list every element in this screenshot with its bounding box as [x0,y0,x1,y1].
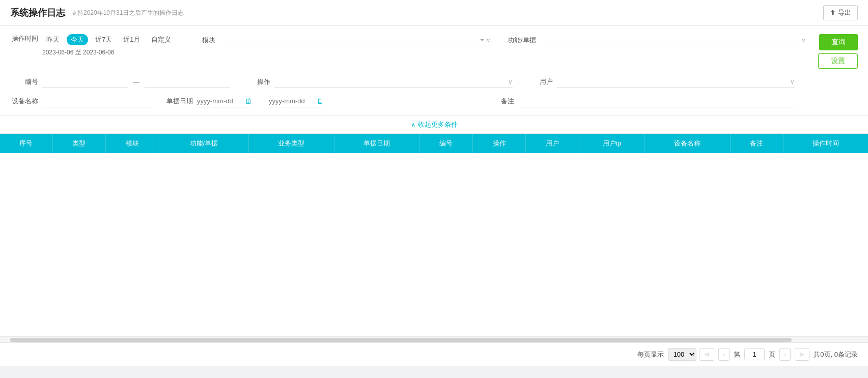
page-size-label: 每页显示 [637,350,664,359]
date-range-display: 2023-06-06 至 2023-06-06 [42,48,175,57]
collapse-bar[interactable]: ∧ 收起更多条件 [0,116,868,134]
action-input[interactable] [274,76,508,88]
page-number-input[interactable] [744,348,765,360]
date-end-input[interactable] [269,95,315,107]
collapse-icon: ∧ [411,121,416,129]
time-btn-yesterday[interactable]: 昨天 [42,34,64,45]
last-page-button[interactable]: ⊳ [795,348,809,361]
pagination-bar: 每页显示 100 20 50 200 ∨ ⊲ ‹ 第 页 › ⊳ 共0页, 0条… [0,342,868,366]
user-select-wrapper[interactable]: ∨ [557,76,795,88]
col-user: 用户 [526,134,579,153]
voucher-date-filter: 单据日期 🗓 — 🗓 [165,95,474,107]
col-voucher-date: 单据日期 [334,134,419,153]
next-page-button[interactable]: › [779,348,791,361]
page-title: 系统操作日志 [10,7,65,19]
export-button[interactable]: ⬆ 导出 [823,5,858,20]
date-end-wrapper: 🗓 [269,95,324,107]
action-select-wrapper[interactable]: ∨ [274,76,513,88]
empty-area [0,153,868,336]
time-buttons-group: 昨天 今天 近7天 近1月 自定义 [42,34,175,45]
prev-page-button[interactable]: ‹ [718,348,730,361]
col-function: 功能/单据 [159,134,248,153]
function-select-wrapper[interactable]: ∨ [540,34,806,46]
col-remark: 备注 [730,134,783,153]
col-user-ip: 用户ip [579,134,645,153]
operation-time-filter: 操作时间 昨天 今天 近7天 近1月 自定义 2023-06-06 至 2023… [10,34,175,57]
col-op-time: 操作时间 [783,134,868,153]
action-label: 操作 [242,77,270,86]
time-btn-custom[interactable]: 自定义 [147,34,175,45]
remark-input[interactable] [518,95,795,107]
export-label: 导出 [838,8,851,17]
data-table: 序号 类型 模块 功能/单据 业务类型 单据日期 编号 操作 用户 用户ip 设… [0,134,868,153]
device-label: 设备名称 [10,97,38,106]
device-filter: 设备名称 [10,95,153,107]
collapse-label: 收起更多条件 [418,120,458,129]
remark-filter: 备注 [486,95,795,107]
function-filter: 功能/单据 ∨ [503,34,806,46]
operation-time-label: 操作时间 [10,34,38,43]
module-select-wrapper[interactable]: ∨ [219,34,490,46]
action-buttons: 查询 设置 [818,34,858,69]
query-button[interactable]: 查询 [819,34,858,50]
number-start-input[interactable] [42,76,128,88]
first-page-button[interactable]: ⊲ [699,348,714,361]
action-chevron-down: ∨ [508,78,513,85]
page-label: 第 [734,350,740,359]
number-label: 编号 [10,77,38,86]
col-index: 序号 [0,134,52,153]
settings-button[interactable]: 设置 [818,53,858,69]
col-type: 类型 [52,134,105,153]
table-header: 序号 类型 模块 功能/单据 业务类型 单据日期 编号 操作 用户 用户ip 设… [0,134,868,153]
number-end-input[interactable] [145,76,230,88]
scrollbar-thumb[interactable] [10,338,792,342]
time-btn-1month[interactable]: 近1月 [119,34,144,45]
device-input[interactable] [42,95,153,107]
module-input[interactable] [219,34,478,46]
user-filter: 用户 ∨ [525,76,795,88]
date-start-wrapper: 🗓 [197,95,252,107]
number-dash: — [131,78,142,86]
action-filter: 操作 ∨ [242,76,513,88]
module-filter: 模块 ∨ [187,34,490,46]
time-btn-7days[interactable]: 近7天 [91,34,116,45]
date-start-input[interactable] [197,95,243,107]
calendar-start-icon[interactable]: 🗓 [245,97,252,105]
col-device: 设备名称 [645,134,730,153]
page-subtitle: 支持2020年10月31日之后产生的操作日志 [71,9,184,17]
module-chevron-icon [478,36,486,44]
page-size-select[interactable]: 100 20 50 200 [668,348,696,361]
date-dash: — [255,98,266,105]
col-module: 模块 [106,134,159,153]
user-chevron-down: ∨ [790,78,795,85]
time-btn-today[interactable]: 今天 [67,34,88,45]
col-biz-type: 业务类型 [249,134,334,153]
function-label: 功能/单据 [503,36,536,45]
data-table-container: 序号 类型 模块 功能/单据 业务类型 单据日期 编号 操作 用户 用户ip 设… [0,134,868,336]
calendar-end-icon[interactable]: 🗓 [317,97,324,105]
module-chevron-down: ∨ [486,37,491,44]
title-area: 系统操作日志 支持2020年10月31日之后产生的操作日志 [10,7,184,19]
function-input[interactable] [540,34,801,46]
page-unit: 页 [769,350,775,359]
number-filter: 编号 — [10,76,230,88]
function-chevron-down: ∨ [801,37,806,44]
col-operation: 操作 [472,134,525,153]
user-label: 用户 [525,77,553,86]
module-label: 模块 [187,36,215,45]
filter-panel: 操作时间 昨天 今天 近7天 近1月 自定义 2023-06-06 至 2023… [0,26,868,116]
user-input[interactable] [557,76,791,88]
total-info: 共0页, 0条记录 [814,350,858,359]
col-number: 编号 [419,134,472,153]
voucher-date-label: 单据日期 [165,97,193,106]
horizontal-scrollbar[interactable] [0,336,868,342]
export-icon: ⬆ [830,9,836,17]
page-header: 系统操作日志 支持2020年10月31日之后产生的操作日志 ⬆ 导出 [0,0,868,26]
remark-label: 备注 [486,97,514,106]
